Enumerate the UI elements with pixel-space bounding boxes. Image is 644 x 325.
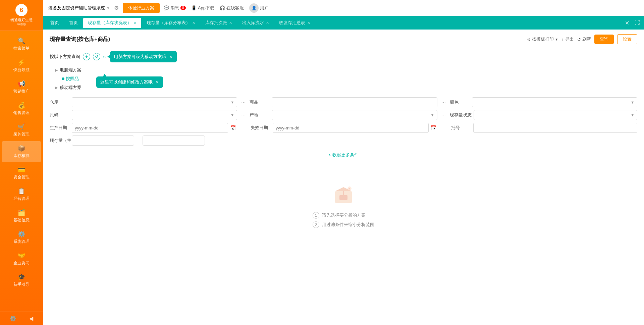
sidebar-item-search[interactable]: 🔍 搜索菜单 — [2, 34, 41, 55]
sidebar-item-finance[interactable]: 💳 资金管理 — [2, 163, 41, 183]
filter-back-btn[interactable]: « — [103, 54, 106, 60]
sidebar-item-purchase[interactable]: 🛒 采购管理 — [2, 120, 41, 141]
sidebar-item-basic[interactable]: 🗂️ 基础信息 — [2, 206, 41, 226]
tab-in-out-flow-close-icon[interactable]: ✕ — [266, 21, 269, 25]
tab-close-all-icon[interactable]: ✕ — [624, 18, 631, 28]
produce-date-calendar-icon[interactable]: 📅 — [230, 125, 236, 130]
warehouse-dots[interactable]: ··· — [241, 99, 246, 105]
filter-header: 按以下方案查询 + ↺ « 电脑方案可设为移动方案哦 ✕ — [50, 51, 637, 62]
sidebar-item-operation[interactable]: 📋 经营管理 — [2, 184, 41, 205]
tab-inventory-dist[interactable]: 现存量（库存分布表）✕ — [142, 18, 200, 28]
collapse-label: 收起更多条件 — [332, 152, 359, 158]
main-area: 装备及固定资产辅助管理系统 ▼ ⚙ 体验行业方案 💬 消息 8 📱 App下载 … — [43, 0, 644, 325]
print-template-btn[interactable]: 🖨 按模板打印 ▼ — [526, 36, 558, 42]
query-btn[interactable]: 查询 — [594, 35, 614, 44]
qty-dash: — — [136, 138, 141, 143]
size-select[interactable]: ▼ — [72, 110, 237, 120]
status-select[interactable]: ▼ — [474, 110, 637, 120]
operation-nav-label: 经营管理 — [13, 196, 30, 202]
online-support-btn[interactable]: 🎧 在线客服 — [220, 5, 244, 11]
tooltip-1-close-btn[interactable]: ✕ — [169, 54, 173, 59]
size-dots[interactable]: ··· — [241, 112, 246, 118]
step-1-text: 请先选择要分析的方案 — [322, 212, 366, 218]
tab-in-out-flow-label: 出入库流水 — [242, 20, 264, 26]
user-btn[interactable]: 👤 用户 — [249, 3, 269, 13]
tab-batch-ledger-close-icon[interactable]: ✕ — [229, 21, 232, 25]
sales-nav-icon: 💰 — [18, 102, 25, 109]
logo-text: 畅通道好生意 — [10, 17, 33, 22]
tab-home[interactable]: 首页 — [64, 18, 83, 28]
sidebar-item-system[interactable]: ⚙️ 系统管理 — [2, 227, 41, 248]
message-icon: 💬 — [164, 5, 169, 10]
system-title-select[interactable]: 装备及固定资产辅助管理系统 ▼ — [48, 5, 110, 11]
tooltip-2-close-btn[interactable]: ✕ — [155, 80, 159, 85]
tab-home[interactable]: 首页 — [46, 18, 64, 28]
tab-home-label: 首页 — [69, 20, 78, 26]
avatar: 👤 — [249, 3, 259, 13]
scheme-tree-pc-sub[interactable]: 按照品 — [59, 74, 84, 83]
sidebar-item-sales[interactable]: 💰 销售管理 — [2, 98, 41, 119]
title-actions: 🖨 按模板打印 ▼ ↑ 导出 ↺ 刷新 查询 设置 — [526, 34, 637, 44]
size-label: 尺码 — [50, 112, 70, 118]
tab-inventory-status[interactable]: 现存量（库存状况表）✕ — [83, 18, 141, 28]
produce-date-input[interactable] — [72, 123, 228, 133]
collapse-bar[interactable]: ∧ 收起更多条件 — [50, 149, 637, 161]
page-area: 现存量查询(按仓库+商品) 🖨 按模板打印 ▼ ↑ 导出 ↺ 刷新 — [43, 30, 644, 325]
origin-dots[interactable]: ··· — [441, 112, 446, 118]
sidebar-item-quick-nav[interactable]: ⚡ 快捷导航 — [2, 55, 41, 76]
refresh-btn[interactable]: ↺ 刷新 — [577, 36, 591, 42]
batch-input[interactable] — [473, 123, 637, 133]
goods-select[interactable] — [272, 97, 437, 107]
filter-row-3: 生产日期 📅 失效日期 📅 批号 — [50, 123, 637, 133]
goods-dots[interactable]: ··· — [441, 99, 446, 105]
finance-nav-label: 资金管理 — [13, 174, 30, 180]
messages-label: 消息 — [170, 5, 179, 11]
origin-select[interactable]: ▼ — [272, 110, 437, 120]
qty-min-input[interactable] — [72, 136, 134, 146]
tab-received-summary-label: 收发存汇总表 — [279, 20, 305, 26]
sidebar-item-newbie[interactable]: 🎓 新手引导 — [2, 270, 41, 291]
tab-bar-right: ✕ ⛶ — [624, 18, 641, 28]
color-label: 颜色 — [450, 99, 470, 105]
sidebar-item-enterprise[interactable]: 🤝 企业协同 — [2, 249, 41, 269]
tab-inventory-status-close-icon[interactable]: ✕ — [133, 21, 137, 25]
messages-btn[interactable]: 💬 消息 8 — [164, 5, 186, 11]
settings-footer-icon[interactable]: ⚙️ — [10, 315, 16, 322]
status-label: 现存量状态 — [450, 112, 472, 118]
scheme-tree-pc[interactable]: ▶ 电脑端方案 — [52, 66, 84, 74]
scheme-tree-mobile[interactable]: ▶ 移动端方案 — [52, 83, 84, 92]
enterprise-nav-icon: 🤝 — [18, 252, 25, 259]
produce-date-label: 生产日期 — [50, 125, 70, 131]
collapse-footer-icon[interactable]: ◀ — [29, 315, 33, 322]
content-panel: 现存量查询(按仓库+商品) 🖨 按模板打印 ▼ ↑ 导出 ↺ 刷新 — [43, 30, 644, 325]
warehouse-select[interactable]: ▼ — [72, 97, 237, 107]
quick-nav-nav-icon: ⚡ — [18, 59, 25, 66]
top-header: 装备及固定资产辅助管理系统 ▼ ⚙ 体验行业方案 💬 消息 8 📱 App下载 … — [43, 0, 644, 16]
header-gear-icon[interactable]: ⚙ — [114, 5, 119, 11]
sidebar-item-marketing[interactable]: 📢 营销推广 — [2, 77, 41, 98]
settings-btn[interactable]: 设置 — [617, 34, 637, 44]
expire-date-calendar-icon[interactable]: 📅 — [431, 125, 436, 130]
tab-received-summary-close-icon[interactable]: ✕ — [307, 21, 310, 25]
tab-bar: 首页 首页现存量（库存状况表）✕现存量（库存分布表）✕库存批次账✕出入库流水✕收… — [43, 16, 644, 30]
tab-in-out-flow[interactable]: 出入库流水✕ — [237, 18, 274, 28]
filter-row-4: 现存量（主） — — [50, 136, 637, 146]
enterprise-nav-label: 企业协同 — [13, 260, 30, 266]
tab-inventory-dist-close-icon[interactable]: ✕ — [192, 21, 195, 25]
basic-nav-label: 基础信息 — [13, 217, 30, 223]
tab-batch-ledger[interactable]: 库存批次账✕ — [201, 18, 237, 28]
tab-received-summary[interactable]: 收发存汇总表✕ — [274, 18, 315, 28]
collapse-up-icon: ∧ — [328, 153, 331, 157]
filter-refresh-btn[interactable]: ↺ — [93, 53, 100, 60]
qty-max-input[interactable] — [143, 136, 205, 146]
app-download-btn[interactable]: 📱 App下载 — [191, 5, 214, 11]
sidebar-item-inventory[interactable]: 📦 库存核算 — [2, 141, 41, 162]
experience-btn[interactable]: 体验行业方案 — [123, 3, 160, 13]
purchase-nav-label: 采购管理 — [13, 131, 30, 137]
expire-date-input[interactable] — [273, 123, 429, 133]
tab-fullscreen-icon[interactable]: ⛶ — [633, 18, 641, 27]
filter-add-btn[interactable]: + — [83, 53, 90, 60]
export-btn[interactable]: ↑ 导出 — [562, 36, 574, 42]
color-select[interactable]: ▼ — [472, 97, 637, 107]
quick-nav-nav-label: 快捷导航 — [13, 67, 30, 73]
